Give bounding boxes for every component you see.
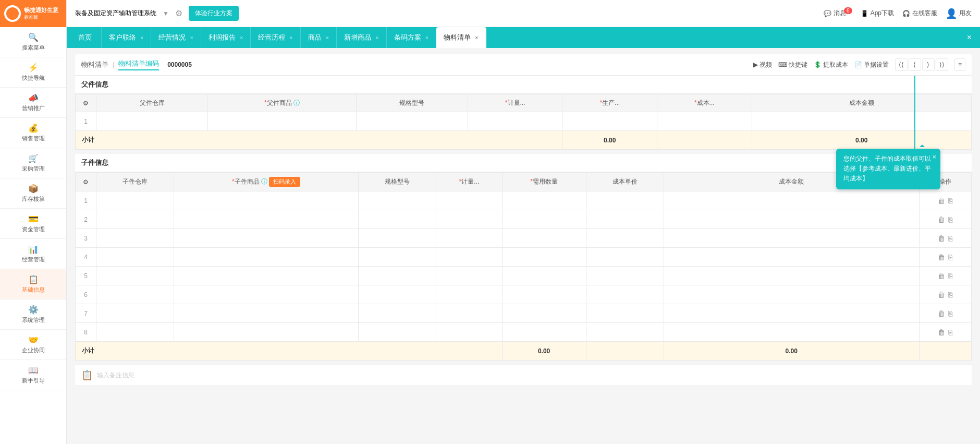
child-quantity-4[interactable] — [502, 248, 586, 267]
copy-icon-6[interactable]: ⎘ — [948, 291, 952, 299]
child-warehouse-7[interactable] — [96, 304, 174, 323]
child-unit-3[interactable] — [436, 229, 503, 248]
child-spec-2[interactable] — [358, 210, 436, 229]
child-warehouse-1[interactable] — [96, 191, 174, 210]
sidebar-item-8[interactable]: 📋 基础信息 — [0, 269, 66, 299]
copy-icon-1[interactable]: ⎘ — [948, 197, 952, 205]
child-product-3[interactable] — [174, 229, 358, 248]
nav-tab-close-6[interactable]: × — [375, 34, 378, 41]
child-unit-cost-8[interactable] — [586, 323, 664, 342]
child-unit-8[interactable] — [436, 323, 503, 342]
nav-tab-6[interactable]: 新增商品× — [337, 27, 386, 48]
system-dropdown-icon[interactable]: ▼ — [163, 10, 169, 17]
parent-unit-cell[interactable] — [468, 112, 562, 131]
parent-production-cell[interactable] — [562, 112, 657, 131]
copy-icon-5[interactable]: ⎘ — [948, 272, 952, 280]
child-product-6[interactable] — [174, 285, 358, 304]
nav-tab-close-4[interactable]: × — [289, 34, 292, 41]
child-warehouse-4[interactable] — [96, 248, 174, 267]
child-quantity-2[interactable] — [502, 210, 586, 229]
shortcut-btn[interactable]: ⌨ 快捷键 — [778, 61, 807, 69]
child-spec-6[interactable] — [358, 285, 436, 304]
child-unit-cost-5[interactable] — [586, 267, 664, 285]
child-quantity-7[interactable] — [502, 304, 586, 323]
nav-tab-4[interactable]: 经营历程× — [251, 27, 300, 48]
parent-spec-cell[interactable] — [356, 112, 468, 131]
nav-tab-close-1[interactable]: × — [140, 34, 143, 41]
sidebar-item-5[interactable]: 📦 库存核算 — [0, 178, 66, 209]
delete-icon-6[interactable]: 🗑 — [938, 291, 945, 299]
child-quantity-5[interactable] — [502, 267, 586, 285]
header-tab-code[interactable]: 物料清单编码 — [118, 59, 159, 70]
prev-first-btn[interactable]: ⟨⟨ — [895, 58, 908, 71]
nav-tab-close-8[interactable]: × — [475, 34, 478, 41]
child-quantity-3[interactable] — [502, 229, 586, 248]
delete-icon-7[interactable]: 🗑 — [938, 309, 945, 318]
child-warehouse-5[interactable] — [96, 267, 174, 285]
note-label[interactable]: 输入备注信息 — [97, 371, 134, 380]
child-unit-6[interactable] — [436, 285, 503, 304]
sidebar-item-2[interactable]: 📣 营销推广 — [0, 88, 66, 118]
child-quantity-8[interactable] — [502, 323, 586, 342]
settings-icon[interactable]: ⚙ — [175, 8, 182, 18]
nav-tab-0[interactable]: 首页 — [71, 27, 102, 48]
child-spec-5[interactable] — [358, 267, 436, 285]
child-unit-cost-3[interactable] — [586, 229, 664, 248]
child-unit-cost-1[interactable] — [586, 191, 664, 210]
trial-button[interactable]: 体验行业方案 — [189, 6, 239, 21]
copy-icon-7[interactable]: ⎘ — [948, 309, 952, 318]
tooltip-close-btn[interactable]: × — [932, 152, 936, 163]
grid-view-btn[interactable]: ≡ — [954, 58, 965, 71]
next-last-btn[interactable]: ⟩⟩ — [936, 58, 948, 71]
sidebar-item-10[interactable]: 🤝 企业协同 — [0, 330, 66, 360]
parent-warehouse-cell[interactable] — [96, 112, 208, 131]
child-product-2[interactable] — [174, 210, 358, 229]
child-unit-1[interactable] — [436, 191, 503, 210]
child-spec-3[interactable] — [358, 229, 436, 248]
copy-icon-8[interactable]: ⎘ — [948, 328, 952, 337]
child-product-8[interactable] — [174, 323, 358, 342]
delete-icon-5[interactable]: 🗑 — [938, 272, 945, 280]
copy-icon-2[interactable]: ⎘ — [948, 215, 952, 224]
delete-icon-3[interactable]: 🗑 — [938, 234, 945, 243]
child-unit-cost-7[interactable] — [586, 304, 664, 323]
delete-icon-1[interactable]: 🗑 — [938, 197, 945, 205]
child-spec-8[interactable] — [358, 323, 436, 342]
parent-cost-cell[interactable] — [657, 112, 752, 131]
child-product-5[interactable] — [174, 267, 358, 285]
child-unit-7[interactable] — [436, 304, 503, 323]
child-warehouse-6[interactable] — [96, 285, 174, 304]
sidebar-item-6[interactable]: 💳 资金管理 — [0, 209, 66, 239]
nav-tab-close-2[interactable]: × — [190, 34, 193, 41]
nav-close-all-btn[interactable]: × — [963, 33, 976, 42]
nav-tab-1[interactable]: 客户联络× — [102, 27, 151, 48]
nav-tab-close-3[interactable]: × — [240, 34, 243, 41]
child-unit-4[interactable] — [436, 248, 503, 267]
child-spec-1[interactable] — [358, 191, 436, 210]
child-unit-cost-6[interactable] — [586, 285, 664, 304]
nav-tab-close-7[interactable]: × — [425, 34, 428, 41]
delete-icon-8[interactable]: 🗑 — [938, 328, 945, 337]
copy-icon-3[interactable]: ⎘ — [948, 234, 952, 243]
nav-tab-close-5[interactable]: × — [326, 34, 329, 41]
sidebar-item-0[interactable]: 🔍 搜索菜单 — [0, 27, 66, 57]
scan-button[interactable]: 扫码录入 — [269, 177, 300, 187]
prev-btn[interactable]: ⟨ — [909, 58, 921, 71]
sidebar-item-7[interactable]: 📊 经营管理 — [0, 239, 66, 269]
child-unit-2[interactable] — [436, 210, 503, 229]
nav-tab-7[interactable]: 条码方案× — [387, 27, 436, 48]
delete-icon-4[interactable]: 🗑 — [938, 253, 945, 261]
child-unit-5[interactable] — [436, 267, 503, 285]
child-spec-4[interactable] — [358, 248, 436, 267]
child-warehouse-8[interactable] — [96, 323, 174, 342]
child-warehouse-3[interactable] — [96, 229, 174, 248]
child-product-4[interactable] — [174, 248, 358, 267]
header-tab-bom[interactable]: 物料清单 — [81, 60, 108, 69]
nav-tab-3[interactable]: 利润报告× — [201, 27, 251, 48]
child-quantity-6[interactable] — [502, 285, 586, 304]
nav-tab-2[interactable]: 经营情况× — [151, 27, 201, 48]
sidebar-item-11[interactable]: 📖 新手引导 — [0, 360, 66, 390]
child-quantity-1[interactable] — [502, 191, 586, 210]
view-btn[interactable]: ▶ 视频 — [753, 61, 772, 69]
messages-btn[interactable]: 💬 消息 6 — [824, 9, 852, 18]
